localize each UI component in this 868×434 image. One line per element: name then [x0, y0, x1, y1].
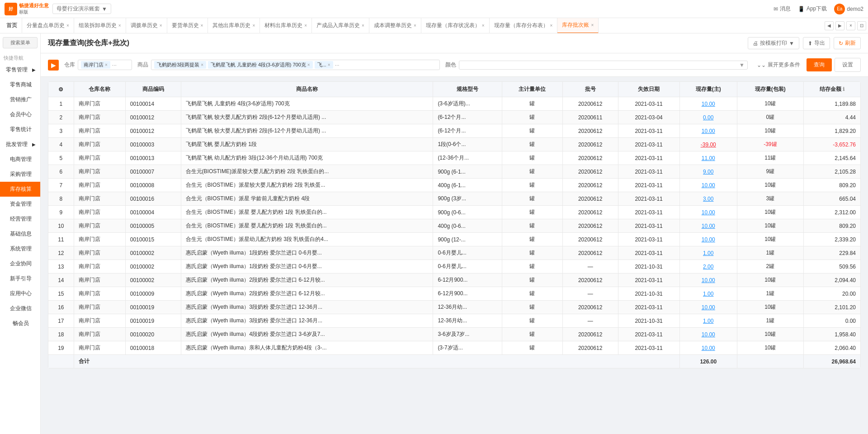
- export-btn[interactable]: ⬆ 导出: [803, 37, 830, 49]
- row-stock-main[interactable]: 10.00: [679, 219, 737, 233]
- balance-info-icon[interactable]: ℹ: [843, 86, 844, 92]
- close-icon[interactable]: ×: [591, 23, 594, 28]
- row-stock-main[interactable]: -39.00: [679, 138, 737, 151]
- sidebar-item-member2[interactable]: 畅会员: [0, 316, 40, 331]
- row-stock-main[interactable]: 10.00: [679, 124, 737, 138]
- row-stock-main[interactable]: 1.00: [679, 246, 737, 260]
- row-unit: 罐: [502, 314, 562, 328]
- row-stock-main[interactable]: 10.00: [679, 97, 737, 111]
- sidebar-item-inventory[interactable]: 库存核算: [0, 182, 40, 197]
- close-icon[interactable]: ×: [160, 23, 162, 28]
- product-tag-container[interactable]: 飞鹤奶粉3段两提装 × 飞鹤星飞帆 儿童奶粉 4段(3-6岁适用) 700克 ×…: [151, 60, 440, 70]
- row-expire: 2021-03-11: [618, 138, 679, 151]
- sidebar-item-retail-mall[interactable]: 零售商城: [0, 77, 40, 92]
- tab-next-btn[interactable]: ▶: [835, 21, 844, 30]
- tab-stock-dist[interactable]: 现存量（库存分布表） ×: [490, 18, 558, 33]
- row-stock-pkg: 11罐: [737, 151, 803, 165]
- industry-select[interactable]: 母婴行业演示账套 ▼: [52, 4, 111, 14]
- message-btn[interactable]: ✉ 消息: [774, 5, 791, 13]
- product-tag-close-3[interactable]: ×: [328, 62, 330, 67]
- close-icon[interactable]: ×: [118, 23, 121, 28]
- row-stock-main[interactable]: 10.00: [679, 179, 737, 192]
- tab-cost-adjust[interactable]: 成本调整单历史 ×: [369, 18, 421, 33]
- sidebar-item-retail-mgmt[interactable]: 零售管理 ▶: [0, 62, 40, 77]
- tab-transfer[interactable]: 调拨单历史 ×: [126, 18, 167, 33]
- tab-batch-voucher[interactable]: 库存批次账 ×: [557, 18, 599, 33]
- search-menu-btn[interactable]: 搜索菜单: [3, 37, 38, 48]
- color-container[interactable]: ▼: [459, 61, 748, 70]
- product-tag-close-1[interactable]: ×: [201, 62, 203, 67]
- close-icon[interactable]: ×: [550, 23, 553, 28]
- sidebar-item-ecommerce[interactable]: 电商管理: [0, 152, 40, 167]
- settings-button[interactable]: 设置: [835, 58, 861, 72]
- warehouse-tag-container[interactable]: 南岸门店 × ···: [78, 60, 132, 70]
- sidebar-item-wholesale[interactable]: 批发管理 ▶: [0, 137, 40, 152]
- close-icon[interactable]: ×: [252, 23, 255, 28]
- table-row: 2 南岸门店 00100012 飞鹤星飞帆 较大婴儿配方奶粉 2段(6-12个月…: [48, 111, 861, 124]
- app-download-btn[interactable]: 📱 App下载: [798, 5, 827, 13]
- row-stock-main[interactable]: 10.00: [679, 328, 737, 341]
- row-stock-pkg: -39罐: [737, 138, 803, 151]
- row-stock-main[interactable]: 1.00: [679, 287, 737, 301]
- template-print-label: 按模板打印: [760, 39, 787, 47]
- row-stock-main[interactable]: 10.00: [679, 274, 737, 287]
- row-stock-main[interactable]: 10.00: [679, 341, 737, 355]
- row-batch: —: [562, 260, 618, 274]
- tab-requisition[interactable]: 要货单历史 ×: [167, 18, 208, 33]
- tab-stock-status[interactable]: 现存量（库存状况表） ×: [421, 18, 490, 33]
- product-tag-close-2[interactable]: ×: [307, 62, 310, 67]
- close-icon[interactable]: ×: [414, 23, 416, 28]
- filter-expand-btn[interactable]: ▶: [48, 60, 59, 71]
- row-stock-pkg: 10罐: [737, 328, 803, 341]
- close-icon[interactable]: ×: [482, 23, 485, 28]
- close-icon[interactable]: ×: [201, 23, 203, 28]
- row-stock-main[interactable]: 0.00: [679, 111, 737, 124]
- row-batch: 20200612: [562, 151, 618, 165]
- sidebar-item-wechat[interactable]: 企业微信: [0, 301, 40, 316]
- row-stock-main[interactable]: 1.00: [679, 314, 737, 328]
- sidebar-item-marketing[interactable]: 营销推广: [0, 92, 40, 107]
- sidebar-item-apps[interactable]: 应用中心: [0, 286, 40, 301]
- sidebar-item-basic[interactable]: 基础信息: [0, 226, 40, 241]
- row-stock-main[interactable]: 10.00: [679, 233, 737, 246]
- sidebar-item-system[interactable]: 系统管理: [0, 241, 40, 256]
- tab-prev-btn[interactable]: ◀: [825, 21, 834, 30]
- sidebar-item-operations[interactable]: 经营管理: [0, 212, 40, 226]
- tab-close-all-btn[interactable]: ×: [846, 21, 855, 30]
- sidebar-item-member[interactable]: 会员中心: [0, 107, 40, 122]
- table-row: 5 南岸门店 00100013 飞鹤星飞帆 幼儿配方奶粉 3段(12-36个月幼…: [48, 151, 861, 165]
- row-num: 8: [48, 192, 74, 206]
- row-stock-main[interactable]: 11.00: [679, 151, 737, 165]
- row-stock-main[interactable]: 2.00: [679, 260, 737, 274]
- row-stock-main[interactable]: 10.00: [679, 301, 737, 314]
- close-icon[interactable]: ×: [304, 23, 307, 28]
- col-gear[interactable]: ⚙: [48, 82, 74, 97]
- sidebar-item-purchase[interactable]: 采购管理: [0, 167, 40, 182]
- more-icon[interactable]: ···: [112, 62, 117, 68]
- tab-expand-btn[interactable]: ⊡: [857, 21, 866, 30]
- color-dropdown-arrow: ▼: [739, 62, 745, 68]
- user-area[interactable]: Ea demo2: [834, 4, 863, 14]
- row-stock-main[interactable]: 9.00: [679, 165, 737, 179]
- tab-material-out[interactable]: 材料出库单历史 ×: [260, 18, 312, 33]
- template-print-btn[interactable]: 🖨 按模板打印 ▼: [748, 37, 799, 49]
- sidebar-item-enterprise[interactable]: 企业协同: [0, 256, 40, 271]
- refresh-btn[interactable]: ↻ 刷新: [834, 37, 861, 49]
- query-button[interactable]: 查询: [807, 58, 832, 71]
- tab-disassembly[interactable]: 组装拆卸单历史 ×: [74, 18, 126, 33]
- sidebar-item-guide[interactable]: 新手引导: [0, 271, 40, 286]
- row-stock-main[interactable]: 10.00: [679, 206, 737, 219]
- warehouse-tag-close[interactable]: ×: [105, 62, 108, 67]
- row-stock-main[interactable]: 3.00: [679, 192, 737, 206]
- sidebar-item-finance[interactable]: 资金管理: [0, 197, 40, 212]
- close-icon[interactable]: ×: [362, 23, 364, 28]
- expand-more-btn[interactable]: ⌄⌄ 展开更多条件: [753, 59, 804, 71]
- tab-other-out[interactable]: 其他出库单历史 ×: [208, 18, 260, 33]
- tab-home[interactable]: 首页: [2, 18, 22, 33]
- sidebar-item-retail-stats[interactable]: 零售统计: [0, 122, 40, 137]
- close-icon[interactable]: ×: [66, 23, 69, 28]
- tab-split-inventory[interactable]: 分量盘点单历史 ×: [22, 18, 74, 33]
- row-warehouse: 南岸门店: [74, 233, 125, 246]
- product-more-icon[interactable]: ···: [335, 62, 340, 68]
- tab-product-in[interactable]: 产成品入库单历史 ×: [312, 18, 369, 33]
